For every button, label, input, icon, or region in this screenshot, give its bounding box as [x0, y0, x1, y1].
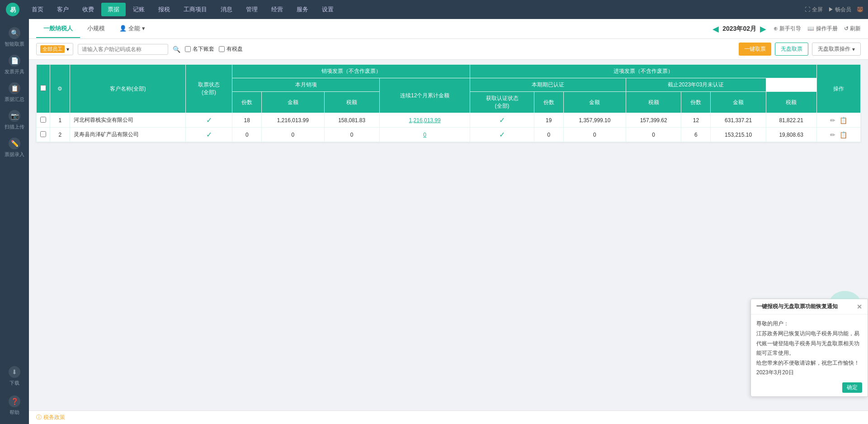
- row-checkbox-1[interactable]: [40, 131, 46, 137]
- th-dead-amount: 金额: [711, 92, 766, 113]
- tab-label-1: 小规模: [87, 24, 105, 33]
- user-avatar[interactable]: 🐻: [857, 6, 863, 13]
- cumulative-link-0[interactable]: 1,216,013.99: [409, 117, 441, 124]
- cell-pur-tax-1: 0: [626, 128, 681, 142]
- nav-items: 首页客户收费票据记账报税工商项目消息管理经营服务设置: [25, 3, 805, 16]
- th-settings: ⚙: [50, 65, 70, 113]
- cell-status-0: ✓: [186, 113, 232, 128]
- status-icon-0: ✓: [206, 116, 212, 124]
- cell-num-1: 2: [50, 128, 70, 142]
- th-pur-tax: 税额: [626, 92, 681, 113]
- tab-0[interactable]: 一般纳税人: [36, 20, 80, 38]
- cell-status-1: ✓: [186, 128, 232, 142]
- search-button[interactable]: 🔍: [173, 46, 180, 53]
- th-tax: 税额: [324, 92, 379, 113]
- nav-item-1[interactable]: 客户: [51, 3, 75, 16]
- refresh-btn[interactable]: ↺ 刷新: [844, 25, 861, 33]
- filter-bar: 全部员工 ▾ 🔍 名下账套 有税盘 一键取票 无盘取票 无盘取票操作 ▾: [29, 39, 868, 60]
- th-dead-shares: 份数: [681, 92, 711, 113]
- employee-select[interactable]: 全部员工 ▾: [36, 43, 73, 55]
- nav-item-8[interactable]: 管理: [240, 3, 264, 16]
- nav-item-6[interactable]: 工商项目: [177, 3, 213, 16]
- sidebar-item-4[interactable]: ✏️票据录入: [3, 134, 26, 162]
- sidebar-label-3: 扫描上传: [5, 124, 24, 130]
- checkbox-taxdisk[interactable]: 有税盘: [219, 45, 243, 53]
- sidebar-item-3[interactable]: 📷扫描上传: [3, 106, 26, 134]
- sidebar-item-2[interactable]: 📋票据汇总: [3, 79, 26, 106]
- tab-right-actions: ⊕ 新手引导 📖 操作手册 ↺ 刷新: [774, 25, 861, 33]
- vip-btn[interactable]: ▶ 畅会员: [828, 6, 851, 14]
- sidebar-bottom-item-1[interactable]: ❓帮助: [7, 392, 22, 419]
- nav-item-0[interactable]: 首页: [25, 3, 50, 16]
- cumulative-link-1[interactable]: 0: [423, 132, 426, 138]
- sidebar-item-0[interactable]: 🔍智能取票: [3, 24, 26, 51]
- sidebar-label-1: 发票开具: [5, 68, 24, 75]
- notification-title: 一键报税与无盘取票功能恢复通知: [756, 303, 838, 310]
- notification-line-0: 尊敬的用户：: [756, 319, 862, 329]
- th-purchase-group: 进项发票（不含作废票）: [470, 65, 816, 78]
- accounts-checkbox-input[interactable]: [185, 46, 191, 52]
- sidebar-label-0: 智能取票: [5, 41, 24, 48]
- sidebar-bottom-label-0: 下载: [9, 380, 19, 386]
- notification-ok-btn[interactable]: 确定: [842, 382, 862, 393]
- next-period-btn[interactable]: ▶: [760, 25, 766, 33]
- sidebar-label-2: 票据汇总: [5, 96, 24, 103]
- th-checkbox: [37, 65, 50, 113]
- row-checkbox-0[interactable]: [40, 117, 46, 123]
- cell-cumulative-0: 1,216,013.99: [379, 113, 470, 128]
- no-disk-ticket-btn[interactable]: 无盘取票: [775, 43, 808, 56]
- guide-btn[interactable]: ⊕ 新手引导: [774, 25, 801, 33]
- th-deadline-purchase: 截止2023年03月未认证: [626, 78, 766, 92]
- detail-icon-0[interactable]: 📋: [840, 117, 847, 124]
- select-all-checkbox[interactable]: [40, 85, 46, 91]
- cell-tax-1: 0: [324, 128, 379, 142]
- edit-icon-1[interactable]: ✏: [830, 131, 835, 138]
- notification-body: 尊敬的用户：江苏政务网已恢复访问电子税务局功能，易代账一键登陆电子税务局与无盘取…: [751, 314, 868, 382]
- th-cert-status: 获取认证状态 (全部): [470, 92, 534, 113]
- notification-close-btn[interactable]: ✕: [857, 303, 862, 310]
- th-month-purchase: 本期期已认证: [470, 78, 626, 92]
- th-cumulative: 连续12个月累计金额: [379, 78, 470, 113]
- nav-item-2[interactable]: 收费: [76, 3, 100, 16]
- one-click-ticket-btn[interactable]: 一键取票: [739, 43, 771, 56]
- tab-1[interactable]: 小规模: [80, 20, 112, 38]
- sidebar-icon-2: 📋: [9, 82, 20, 94]
- nav-item-11[interactable]: 设置: [316, 3, 340, 16]
- cell-pur-amount-1: 0: [563, 128, 626, 142]
- fullscreen-btn[interactable]: ⛶ 全屏: [805, 6, 822, 14]
- policy-text[interactable]: 税务政策: [43, 414, 65, 421]
- nav-item-10[interactable]: 服务: [290, 3, 315, 16]
- cell-check-0: [37, 113, 50, 128]
- tab-icon-2: 👤: [119, 25, 127, 32]
- cell-amount-1: 0: [262, 128, 324, 142]
- sidebar-icon-0: 🔍: [9, 27, 20, 39]
- prev-period-btn[interactable]: ◀: [712, 25, 719, 33]
- notification-header: 一键报税与无盘取票功能恢复通知 ✕: [751, 299, 868, 314]
- nav-item-5[interactable]: 报税: [152, 3, 176, 16]
- edit-icon-0[interactable]: ✏: [830, 117, 835, 124]
- tab-label-2: 全能: [128, 24, 140, 33]
- no-disk-dropdown-btn[interactable]: 无盘取票操作 ▾: [812, 43, 861, 56]
- manual-btn[interactable]: 📖 操作手册: [807, 25, 837, 33]
- dropdown-icon: ▾: [852, 46, 855, 52]
- nav-item-3[interactable]: 票据: [101, 3, 126, 16]
- detail-icon-1[interactable]: 📋: [840, 131, 847, 138]
- bottom-bar: ⓘ 税务政策: [29, 410, 868, 424]
- tab-2[interactable]: 👤全能▾: [112, 20, 152, 38]
- filter-actions: 一键取票 无盘取票 无盘取票操作 ▾: [739, 43, 861, 56]
- cell-dead-tax-1: 19,808.63: [766, 128, 816, 142]
- search-input[interactable]: [78, 44, 168, 55]
- sidebar-bottom-item-0[interactable]: ⬇下载: [7, 362, 22, 390]
- nav-item-7[interactable]: 消息: [214, 3, 239, 16]
- cell-dead-shares-0: 12: [681, 113, 711, 128]
- nav-item-9[interactable]: 经营: [265, 3, 289, 16]
- checkbox-accounts[interactable]: 名下账套: [185, 45, 214, 53]
- nav-item-4[interactable]: 记账: [127, 3, 151, 16]
- policy-icon: ⓘ: [36, 414, 42, 421]
- taxdisk-checkbox-input[interactable]: [219, 46, 225, 52]
- sidebar-icon-1: 📄: [9, 55, 20, 67]
- sidebar-item-1[interactable]: 📄发票开具: [3, 51, 26, 79]
- th-customer-name: 客户名称(全部): [70, 65, 186, 113]
- cell-pur-shares-1: 0: [534, 128, 563, 142]
- status-icon-1: ✓: [206, 131, 212, 138]
